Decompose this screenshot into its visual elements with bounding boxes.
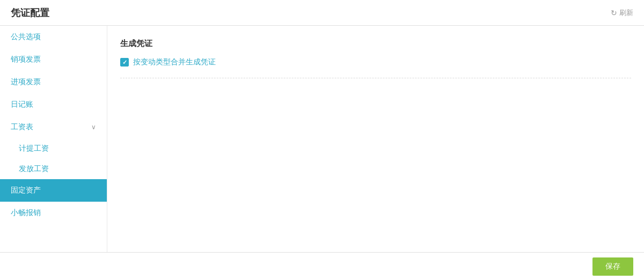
save-button[interactable]: 保存	[592, 257, 633, 276]
sidebar-item-label: 发放工资	[19, 164, 49, 173]
sidebar: 公共选项 销项发票 进项发票 日记账 工资表 ∨ 计提工资 发放工资 固定资	[0, 26, 107, 252]
refresh-button[interactable]: ↻ 刷新	[611, 8, 633, 18]
section-divider	[120, 78, 631, 78]
page-footer: 保存	[0, 252, 644, 280]
content-area: 生成凭证 ✓ 按变动类型合并生成凭证	[107, 26, 644, 252]
sidebar-item-label: 进项发票	[11, 77, 41, 87]
sidebar-item-label: 销项发票	[11, 55, 41, 64]
refresh-label: 刷新	[619, 8, 633, 18]
sidebar-item-label: 公共选项	[11, 32, 41, 42]
sidebar-item-payout-salary[interactable]: 发放工资	[0, 159, 107, 179]
section-title: 生成凭证	[120, 39, 631, 49]
sidebar-item-purchase-invoice[interactable]: 进项发票	[0, 71, 107, 93]
sidebar-item-label: 固定资产	[11, 186, 41, 195]
chevron-down-icon: ∨	[91, 123, 96, 131]
check-mark-icon: ✓	[122, 59, 127, 66]
page-title: 凭证配置	[11, 6, 49, 19]
sidebar-item-sales-invoice[interactable]: 销项发票	[0, 48, 107, 71]
checkbox-row: ✓ 按变动类型合并生成凭证	[120, 57, 631, 67]
main-layout: 公共选项 销项发票 进项发票 日记账 工资表 ∨ 计提工资 发放工资 固定资	[0, 26, 644, 252]
sidebar-item-public-options[interactable]: 公共选项	[0, 26, 107, 48]
sidebar-item-fixed-assets[interactable]: 固定资产	[0, 179, 107, 202]
sidebar-item-payroll[interactable]: 工资表 ∨	[0, 116, 107, 138]
sidebar-item-label: 工资表	[11, 122, 33, 132]
sidebar-item-label: 日记账	[11, 100, 33, 109]
checkbox-label: 按变动类型合并生成凭证	[133, 57, 216, 67]
sidebar-item-label: 计提工资	[19, 144, 49, 152]
page-header: 凭证配置 ↻ 刷新	[0, 0, 644, 26]
sidebar-item-accrual-salary[interactable]: 计提工资	[0, 138, 107, 159]
sidebar-item-expense-report[interactable]: 小畅报销	[0, 202, 107, 224]
merge-type-checkbox[interactable]: ✓	[120, 58, 129, 67]
sidebar-item-label: 小畅报销	[11, 208, 41, 218]
sidebar-item-journal[interactable]: 日记账	[0, 93, 107, 116]
refresh-icon: ↻	[611, 9, 617, 17]
